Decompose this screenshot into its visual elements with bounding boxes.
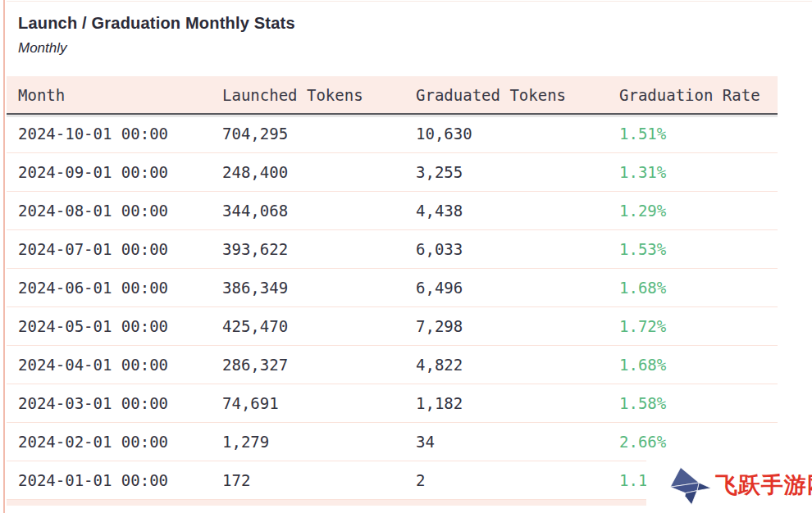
cell-graduated: 7,298 xyxy=(416,317,619,335)
table-body: 2024-10-01 00:00704,29510,6301.51%2024-0… xyxy=(7,115,778,500)
cell-month: 2024-02-01 00:00 xyxy=(18,433,222,451)
cell-graduated: 10,630 xyxy=(416,125,619,143)
cell-graduated: 6,033 xyxy=(416,240,619,258)
cell-launched: 248,400 xyxy=(222,163,416,181)
cell-rate: 1.72% xyxy=(619,317,778,335)
cell-rate: 1.68% xyxy=(619,279,778,297)
cell-launched: 74,691 xyxy=(222,394,416,412)
cell-launched: 704,295 xyxy=(222,125,416,143)
table-row: 2024-05-01 00:00425,4707,2981.72% xyxy=(7,307,778,346)
table-row: 2024-03-01 00:0074,6911,1821.58% xyxy=(7,384,778,423)
table-row: 2024-04-01 00:00286,3274,8221.68% xyxy=(7,346,778,384)
column-header-month[interactable]: Month xyxy=(18,86,222,104)
cell-graduated: 34 xyxy=(416,433,619,451)
cell-graduated: 3,255 xyxy=(416,163,619,181)
cell-month: 2024-01-01 00:00 xyxy=(18,471,222,489)
cell-rate: 1.53% xyxy=(619,240,778,258)
cell-launched: 286,327 xyxy=(222,356,416,374)
left-accent-border xyxy=(3,0,5,513)
cell-month: 2024-04-01 00:00 xyxy=(18,356,222,374)
cell-rate: 1.58% xyxy=(619,394,778,412)
cell-rate: 2.66% xyxy=(619,433,778,451)
cell-month: 2024-10-01 00:00 xyxy=(18,125,222,143)
cell-launched: 386,349 xyxy=(222,279,416,297)
cell-month: 2024-06-01 00:00 xyxy=(18,279,222,297)
widget-title: Launch / Graduation Monthly Stats xyxy=(18,14,778,33)
cell-graduated: 6,496 xyxy=(416,279,619,297)
table-header-row: Month Launched Tokens Graduated Tokens G… xyxy=(7,76,778,115)
cell-graduated: 4,438 xyxy=(416,202,619,220)
cell-month: 2024-07-01 00:00 xyxy=(18,240,222,258)
table-row: 2024-02-01 00:001,279342.66% xyxy=(7,423,778,461)
column-header-graduated-tokens[interactable]: Graduated Tokens xyxy=(416,86,619,104)
paper-plane-bird-logo-icon xyxy=(668,465,711,506)
cell-rate: 1.29% xyxy=(619,202,778,220)
watermark: 飞跃手游网 xyxy=(646,457,812,513)
table-row: 2024-09-01 00:00248,4003,2551.31% xyxy=(7,153,778,192)
cell-month: 2024-03-01 00:00 xyxy=(18,394,222,412)
column-header-launched-tokens[interactable]: Launched Tokens xyxy=(222,86,416,104)
cell-rate: 1.51% xyxy=(619,125,778,143)
cell-rate: 1.68% xyxy=(619,356,778,374)
cell-rate: 1.31% xyxy=(619,163,778,181)
cell-launched: 393,622 xyxy=(222,240,416,258)
cell-launched: 344,068 xyxy=(222,202,416,220)
watermark-text: 飞跃手游网 xyxy=(715,470,812,500)
cell-launched: 172 xyxy=(222,471,416,489)
table-row: 2024-06-01 00:00386,3496,4961.68% xyxy=(7,269,778,307)
widget-subtitle: Monthly xyxy=(18,40,778,57)
table-row: 2024-07-01 00:00393,6226,0331.53% xyxy=(7,230,778,269)
stats-table: Month Launched Tokens Graduated Tokens G… xyxy=(7,76,778,506)
cell-month: 2024-05-01 00:00 xyxy=(18,317,222,335)
cell-graduated: 1,182 xyxy=(416,394,619,412)
cell-month: 2024-08-01 00:00 xyxy=(18,202,222,220)
table-row: 2024-10-01 00:00704,29510,6301.51% xyxy=(7,115,778,153)
cell-launched: 425,470 xyxy=(222,317,416,335)
column-header-graduation-rate[interactable]: Graduation Rate xyxy=(619,86,778,104)
table-row: 2024-08-01 00:00344,0684,4381.29% xyxy=(7,192,778,230)
dashboard-widget: Launch / Graduation Monthly Stats Monthl… xyxy=(7,0,778,506)
cell-launched: 1,279 xyxy=(222,433,416,451)
cell-graduated: 4,822 xyxy=(416,356,619,374)
cell-graduated: 2 xyxy=(416,471,619,489)
cell-month: 2024-09-01 00:00 xyxy=(18,163,222,181)
